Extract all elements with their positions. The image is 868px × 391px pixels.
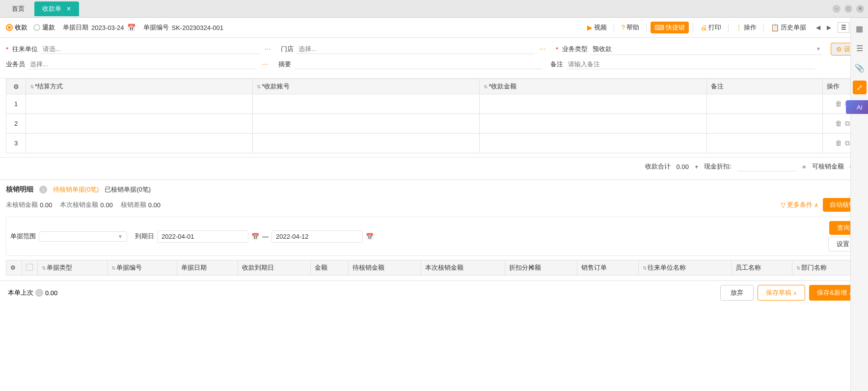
counterpart-more-btn[interactable]: ··· (263, 45, 273, 54)
receipt-radio[interactable]: 收款 (6, 23, 27, 32)
form-row-2: 业务员 ··· 摘要 备注 (6, 59, 862, 69)
close-button[interactable]: ✕ (856, 5, 864, 13)
gear-header[interactable]: ⚙ (6, 79, 26, 94)
save-draft-button[interactable]: 保存草稿 ∧ (758, 285, 805, 301)
footer-bar: 本单上次 ⓘ 0.00 放弃 保存草稿 ∧ 保存&新增 ∧ (0, 280, 868, 305)
delete-row-icon[interactable]: 🗑 (835, 119, 842, 128)
summary-input[interactable] (294, 59, 543, 69)
stats-row: 未核销金额 0.00 本次核销金额 0.00 核销差额 0.00 ▽ 更多条件 … (6, 198, 862, 212)
salesman-input[interactable] (28, 59, 257, 69)
form-row-1: * 往来单位 ··· 门店 ··· * 业务类型 预收款 ▼ ⚙ (6, 43, 862, 56)
note-input[interactable] (566, 59, 815, 69)
account-header: ⇅*收款账号 (253, 79, 480, 94)
print-button[interactable]: 🖨 打印 (697, 22, 724, 33)
delete-row-icon[interactable]: 🗑 (835, 100, 842, 108)
sidebar-attachment-icon[interactable]: 📎 (853, 61, 867, 75)
row-account[interactable] (253, 94, 480, 114)
row-settlement[interactable] (26, 94, 253, 114)
print-icon: 🖨 (700, 24, 707, 31)
number-field-group: 单据编号 SK-20230324-001 (143, 23, 224, 32)
refund-radio-dot (33, 24, 40, 31)
row-account[interactable] (253, 114, 480, 134)
bottom-check-header (22, 260, 38, 276)
minimize-button[interactable]: － (833, 5, 841, 13)
prev-arrow[interactable]: ◀ (813, 23, 823, 32)
table-row: 2 🗑 ⧉ (6, 114, 862, 134)
video-button[interactable]: ▶ 视频 (584, 22, 610, 33)
range-select[interactable]: ▼ (39, 231, 127, 242)
info-icon[interactable]: i (39, 186, 47, 194)
divider-2 (646, 23, 647, 32)
refund-radio[interactable]: 退款 (33, 23, 55, 32)
cash-discount-input[interactable] (737, 162, 796, 171)
delete-row-icon[interactable]: 🗑 (835, 139, 842, 147)
row-settlement[interactable] (26, 134, 253, 153)
select-all-checkbox[interactable] (26, 264, 33, 271)
right-sidebar: ▦ ☰ 📎 ⤢ Ai (850, 18, 868, 391)
sidebar-expand-icon[interactable]: ⤢ (853, 81, 867, 94)
salesman-field: 业务员 ··· (6, 59, 271, 69)
tab-bar: 首页 收款单 ✕ － □ ✕ (0, 0, 868, 18)
tab-close-icon[interactable]: ✕ (66, 5, 71, 12)
reconcile-section: 核销明细 i 待核销单据(0笔) 已核销单据(0笔) 未核销金额 0.00 本次… (0, 179, 868, 280)
tab-home[interactable]: 首页 (4, 1, 32, 16)
ai-button[interactable]: Ai (846, 100, 868, 114)
calendar-to-icon[interactable]: 📅 (366, 233, 374, 240)
row-note[interactable] (706, 134, 822, 153)
summary-row: 收款合计 0.00 + 现金折扣: = 可核销金额 0.00 (0, 157, 868, 175)
next-arrow[interactable]: ▶ (824, 23, 834, 32)
copy-row-icon[interactable]: ⧉ (845, 119, 850, 128)
date-from-input[interactable] (157, 230, 248, 243)
calendar-icon[interactable]: 📅 (127, 24, 136, 31)
pending-tab-link[interactable]: 待核销单据(0笔) (53, 185, 99, 194)
draft-arrow-icon: ∧ (793, 290, 797, 296)
row-amount[interactable] (480, 94, 706, 114)
store-input[interactable] (297, 44, 535, 54)
receipt-radio-dot (6, 24, 13, 31)
toolbar-right: ▶ 视频 ? 帮助 ⌨ 快捷键 🖨 打印 ⋮ 操作 (584, 22, 862, 33)
row-note[interactable] (706, 114, 822, 134)
shortcut-button[interactable]: ⌨ 快捷键 (651, 22, 689, 33)
operation-button[interactable]: ⋮ 操作 (732, 22, 760, 33)
list-view-btn[interactable]: ☰ (838, 22, 849, 33)
current-amount-header: 本次核销金额 (421, 260, 505, 276)
footer-info-icon[interactable]: ⓘ (35, 289, 43, 297)
row-num: 3 (6, 134, 26, 153)
bottom-table-header: ⚙ ⇅单据类型 ⇅单据编号 单据日期 收款到期日 金额 待核销金额 本次核销金额… (6, 260, 862, 276)
row-amount[interactable] (480, 134, 706, 153)
more-conditions-link[interactable]: ▽ 更多条件 ∧ (781, 200, 819, 209)
receipt-table: ⚙ ⇅*结算方式 ⇅*收款账号 ⇅*收款金额 备注 操作 1 (6, 79, 862, 153)
row-num: 1 (6, 94, 26, 114)
store-more-btn[interactable]: ··· (538, 45, 548, 54)
pending-amount-header: 待核销金额 (349, 260, 421, 276)
counterpart-field: * 往来单位 ··· (6, 44, 273, 54)
counterpart-input[interactable] (41, 44, 260, 54)
date-to-input[interactable] (271, 230, 363, 243)
row-account[interactable] (253, 134, 480, 153)
abandon-button[interactable]: 放弃 (720, 285, 754, 301)
row-note[interactable] (706, 94, 822, 114)
current-cancel-stat: 本次核销金额 0.00 (60, 200, 112, 209)
calendar-from-icon[interactable]: 📅 (251, 233, 259, 240)
table-header: ⚙ ⇅*结算方式 ⇅*收款账号 ⇅*收款金额 备注 操作 (6, 79, 862, 94)
sidebar-table-icon[interactable]: ▦ (853, 22, 867, 35)
history-button[interactable]: 📋 历史单据 (768, 22, 809, 33)
sidebar-list-icon[interactable]: ☰ (853, 41, 867, 55)
employee-header: 员工名称 (731, 260, 792, 276)
history-icon: 📋 (771, 24, 779, 31)
main-area: 收款 退款 单据日期 2023-03-24 📅 单据编号 SK-20230324… (0, 18, 868, 391)
business-type-select[interactable]: 预收款 ▼ (591, 44, 823, 55)
maximize-button[interactable]: □ (844, 5, 852, 13)
filter-icon: ▽ (781, 201, 786, 209)
tab-receipt[interactable]: 收款单 ✕ (34, 1, 79, 16)
bottom-gear-header[interactable]: ⚙ (6, 260, 22, 276)
help-button[interactable]: ? 帮助 (618, 22, 642, 33)
copy-row-icon[interactable]: ⧉ (845, 139, 850, 147)
summary-field: 摘要 (278, 59, 543, 69)
row-amount[interactable] (480, 114, 706, 134)
salesman-more-btn[interactable]: ··· (260, 60, 270, 69)
bill-number-value: SK-20230324-001 (172, 24, 224, 31)
footer-value: 0.00 (45, 289, 57, 297)
row-settlement[interactable] (26, 114, 253, 134)
date-value: 2023-03-24 (91, 24, 124, 31)
